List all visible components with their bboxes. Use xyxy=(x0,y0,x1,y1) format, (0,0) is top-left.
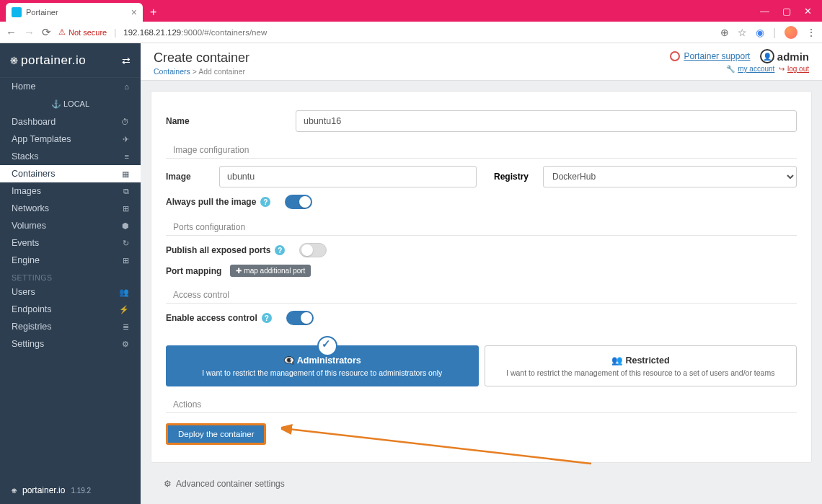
page-title: Create container xyxy=(154,50,249,66)
sidebar-item-engine[interactable]: Engine⊞ xyxy=(0,252,141,269)
menu-icon[interactable]: ⋮ xyxy=(806,27,816,38)
sidebar-item-users[interactable]: Users👥 xyxy=(0,283,141,301)
image-section-title: Image configuration xyxy=(166,142,797,159)
svg-line-0 xyxy=(288,429,591,464)
sidebar-item-stacks[interactable]: Stacks≡ xyxy=(0,148,141,165)
browser-titlebar: Portainer × + — ▢ ✕ xyxy=(0,0,822,22)
sidebar-local-label: ⚓ LOCAL xyxy=(0,95,141,113)
sidebar-item-home[interactable]: Home⌂ xyxy=(0,78,141,95)
sidebar-item-networks[interactable]: Networks⊞ xyxy=(0,200,141,217)
port-mapping-row: Port mapping ✚map additional port xyxy=(166,265,797,277)
maximize-icon[interactable]: ▢ xyxy=(782,6,791,17)
publish-all-label: Publish all exposed ports xyxy=(166,245,270,255)
deploy-button[interactable]: Deploy the container xyxy=(166,423,266,445)
image-row: Image Registry DockerHub xyxy=(166,166,797,187)
warning-icon: ⚠ xyxy=(58,27,66,37)
advanced-settings[interactable]: ⚙ Advanced container settings xyxy=(151,473,812,495)
database-icon: ≣ xyxy=(123,322,129,332)
forward-icon[interactable]: → xyxy=(24,26,35,39)
user-icon: 👤 xyxy=(760,49,774,63)
annotation-arrow xyxy=(281,413,606,471)
access-section-title: Access control xyxy=(166,287,797,304)
registry-label: Registry xyxy=(494,172,529,182)
map-additional-button[interactable]: ✚map additional port xyxy=(230,265,311,277)
breadcrumb-containers[interactable]: Containers xyxy=(154,67,190,76)
tab-title: Portainer xyxy=(26,8,58,17)
zoom-icon[interactable]: ⊕ xyxy=(720,27,729,38)
users-icon: 👥 xyxy=(119,288,129,297)
not-secure-badge[interactable]: ⚠ Not secure xyxy=(58,27,107,37)
window-controls: — ▢ ✕ xyxy=(760,6,822,17)
sidebar-item-endpoints[interactable]: Endpoints⚡ xyxy=(0,301,141,318)
brand-icon: ⎈ xyxy=(10,53,18,68)
page-header: Create container Containers > Add contai… xyxy=(141,43,822,81)
list-icon: ≡ xyxy=(125,152,129,161)
enable-access-toggle[interactable] xyxy=(286,311,314,325)
profile-avatar-icon[interactable] xyxy=(785,26,797,39)
registry-select[interactable]: DockerHub xyxy=(543,166,797,187)
support-link[interactable]: Portainer support xyxy=(684,51,750,61)
history-icon: ↻ xyxy=(123,239,129,248)
lifebuoy-icon xyxy=(670,51,680,61)
url-display[interactable]: 192.168.21.129:9000/#/containers/new xyxy=(123,28,713,37)
my-account-link[interactable]: my account xyxy=(738,65,774,73)
close-icon[interactable]: ✕ xyxy=(804,6,812,17)
always-pull-row: Always pull the image ? xyxy=(166,195,797,209)
address-bar: ← → ⟳ ⚠ Not secure | 192.168.21.129:9000… xyxy=(0,22,822,43)
brand-icon: ⎈ xyxy=(12,485,17,495)
wrench-icon: 🔧 xyxy=(726,65,735,73)
always-pull-toggle[interactable] xyxy=(285,195,312,209)
breadcrumb: Containers > Add container xyxy=(154,67,249,76)
minimize-icon[interactable]: — xyxy=(760,6,769,17)
card-restricted[interactable]: 👥 Restricted I want to restrict the mana… xyxy=(485,345,797,386)
ports-section-title: Ports configuration xyxy=(166,219,797,236)
logout-link[interactable]: log out xyxy=(787,65,809,73)
help-icon[interactable]: ? xyxy=(275,245,285,255)
name-row: Name xyxy=(166,110,797,132)
publish-all-toggle[interactable] xyxy=(299,243,327,257)
sidebar-item-app-templates[interactable]: App Templates✈ xyxy=(0,131,141,148)
brand-text: portainer.io xyxy=(21,53,86,68)
sitemap-icon: ⊞ xyxy=(123,204,129,213)
cogs-icon: ⚙ xyxy=(122,340,129,349)
help-icon[interactable]: ? xyxy=(260,197,270,207)
enable-access-label: Enable access control xyxy=(166,313,257,323)
deploy-wrap: Deploy the container xyxy=(166,423,797,445)
sidebar-item-events[interactable]: Events↻ xyxy=(0,234,141,252)
server-icon: ▦ xyxy=(122,169,129,179)
always-pull-label: Always pull the image xyxy=(166,197,256,207)
name-label: Name xyxy=(166,116,296,126)
image-input[interactable] xyxy=(219,166,477,187)
reload-icon[interactable]: ⟳ xyxy=(42,26,51,39)
browser-tab[interactable]: Portainer × xyxy=(6,3,143,22)
sidebar-item-settings[interactable]: Settings⚙ xyxy=(0,335,141,353)
tab-close-icon[interactable]: × xyxy=(131,6,137,18)
users-icon: 👥 xyxy=(611,355,623,366)
sidebar-item-images[interactable]: Images⧉ xyxy=(0,182,141,200)
card-administrators[interactable]: 👁‍🗨 Administrators I want to restrict th… xyxy=(166,345,479,386)
access-cards: 👁‍🗨 Administrators I want to restrict th… xyxy=(166,345,797,386)
plug-icon: ⚡ xyxy=(119,305,129,314)
new-tab-button[interactable]: + xyxy=(143,3,164,22)
sidebar-item-containers[interactable]: Containers▦ xyxy=(0,165,141,182)
publish-all-row: Publish all exposed ports ? xyxy=(166,243,797,257)
port-mapping-label: Port mapping xyxy=(166,266,221,276)
back-icon[interactable]: ← xyxy=(6,26,17,39)
sidebar-footer: ⎈ portainer.io 1.19.2 xyxy=(0,477,141,504)
sidebar-toggle-icon[interactable]: ⇄ xyxy=(122,55,131,66)
sidebar-item-dashboard[interactable]: Dashboard⏱ xyxy=(0,113,141,131)
sidebar-item-registries[interactable]: Registries≣ xyxy=(0,318,141,335)
clone-icon: ⧉ xyxy=(123,187,129,196)
th-icon: ⊞ xyxy=(123,256,129,265)
hdd-icon: ⬢ xyxy=(122,221,129,231)
main-content: Create container Containers > Add contai… xyxy=(141,43,822,504)
rocket-icon: ✈ xyxy=(123,135,129,144)
name-input[interactable] xyxy=(296,110,797,132)
chrome-icon[interactable]: ◉ xyxy=(756,27,764,38)
star-icon[interactable]: ☆ xyxy=(738,27,747,38)
help-icon[interactable]: ? xyxy=(262,313,272,323)
signout-icon: ↪ xyxy=(779,65,785,73)
sidebar-item-volumes[interactable]: Volumes⬢ xyxy=(0,217,141,234)
eye-slash-icon: 👁‍🗨 xyxy=(283,355,295,366)
username: admin xyxy=(777,50,809,63)
